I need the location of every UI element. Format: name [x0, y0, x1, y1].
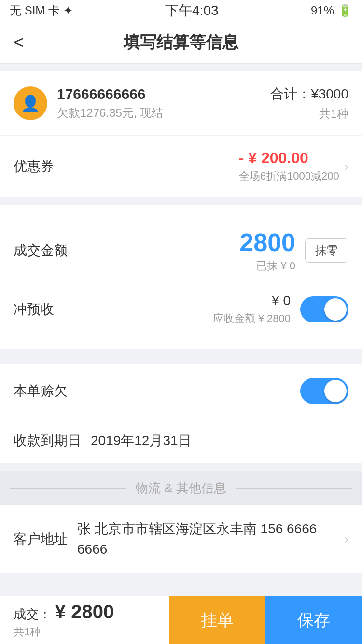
amount-section: 成交金额 2800 已抹 ¥ 0 抹零 冲预收 ¥ 0 应收金额 ¥ 2800 [0, 205, 362, 349]
footer-deal-label: 成交： [14, 607, 51, 621]
logistics-divider: 物流 & 其他信息 [0, 471, 362, 505]
card-count: 共1种 [270, 106, 348, 122]
status-left: 无 SIM 卡 ✦ [10, 3, 73, 18]
coupon-label: 优惠券 [14, 157, 54, 176]
logistics-line-right [236, 488, 352, 489]
card-left: 👤 17666666666 欠款1276.35元, 现结 [14, 86, 163, 121]
address-label: 客户地址 [14, 530, 68, 548]
address-chevron-icon: › [344, 532, 348, 547]
page-title: 填写结算等信息 [124, 31, 238, 54]
address-section[interactable]: 客户地址 张 北京市市辖区海淀区永丰南 156 6666 6666 › [0, 505, 362, 573]
prepayment-label: 冲预收 [14, 300, 54, 319]
card-total: 合计：¥3000 [270, 85, 348, 103]
prepayment-row: 冲预收 ¥ 0 应收金额 ¥ 2800 [14, 283, 348, 336]
debt-toggle[interactable] [300, 378, 348, 404]
nav-bar: < 填写结算等信息 [0, 21, 362, 64]
prepayment-amount: ¥ 0 [213, 293, 291, 308]
avatar: 👤 [14, 86, 47, 120]
hang-button[interactable]: 挂单 [169, 596, 265, 644]
back-button[interactable]: < [14, 32, 24, 53]
card-info: 17666666666 欠款1276.35元, 现结 [57, 86, 163, 121]
debt-section: 本单赊欠 [0, 364, 362, 418]
sim-label: 无 SIM 卡 ✦ [10, 3, 73, 18]
debt-label: 本单赊欠 [14, 382, 68, 400]
round-button[interactable]: 抹零 [305, 238, 348, 263]
customer-card: 👤 17666666666 欠款1276.35元, 现结 合计：¥3000 共1… [0, 71, 362, 135]
address-value: 张 北京市市辖区海淀区永丰南 156 6666 6666 [77, 519, 344, 560]
prepayment-info: ¥ 0 应收金额 ¥ 2800 [213, 293, 291, 326]
battery-label: 91% [311, 4, 334, 17]
battery-icon: 🔋 [338, 4, 352, 17]
prepayment-toggle[interactable] [300, 296, 348, 322]
duedate-label: 收款到期日 [14, 432, 81, 450]
coupon-amount: - ¥ 200.00 [239, 149, 339, 167]
customer-phone: 17666666666 [57, 86, 163, 102]
deal-amount-row: 成交金额 2800 已抹 ¥ 0 抹零 [14, 218, 348, 283]
deal-amount-sub: 已抹 ¥ 0 [239, 259, 295, 273]
divider-2 [0, 349, 362, 357]
footer-amount: ¥ 2800 [55, 601, 114, 622]
coupon-right: - ¥ 200.00 全场6折满1000减200 › [239, 149, 348, 183]
logistics-label: 物流 & 其他信息 [136, 480, 226, 497]
coupon-desc: 全场6折满1000减200 [239, 169, 339, 183]
deal-amount-info: 2800 已抹 ¥ 0 [239, 228, 295, 273]
status-bar: 无 SIM 卡 ✦ 下午4:03 91% 🔋 [0, 0, 362, 21]
card-right: 合计：¥3000 共1种 [270, 85, 348, 122]
deal-amount-right: 2800 已抹 ¥ 0 抹零 [239, 228, 348, 273]
prepayment-right: ¥ 0 应收金额 ¥ 2800 [213, 293, 348, 326]
debt-toggle-wrapper [300, 378, 348, 404]
prepayment-sub: 应收金额 ¥ 2800 [213, 311, 291, 326]
deal-amount-label: 成交金额 [14, 241, 68, 260]
footer-count: 共1种 [14, 625, 169, 639]
duedate-value: 2019年12月31日 [91, 432, 192, 450]
save-button[interactable]: 保存 [265, 596, 362, 644]
footer-deal-row: 成交： ¥ 2800 [14, 601, 169, 623]
coupon-info: - ¥ 200.00 全场6折满1000减200 [239, 149, 339, 183]
duedate-section: 收款到期日 2019年12月31日 [0, 418, 362, 463]
logistics-line-left [10, 488, 126, 489]
customer-sub-info: 欠款1276.35元, 现结 [57, 105, 163, 121]
deal-amount-value: 2800 [239, 228, 295, 257]
footer: 成交： ¥ 2800 共1种 挂单 保存 [0, 596, 362, 644]
divider-1 [0, 197, 362, 205]
chevron-right-icon: › [344, 159, 348, 174]
prepayment-toggle-wrapper [300, 296, 348, 322]
status-right: 91% 🔋 [311, 4, 352, 17]
status-time: 下午4:03 [165, 1, 219, 20]
footer-info: 成交： ¥ 2800 共1种 [0, 596, 169, 644]
coupon-section[interactable]: 优惠券 - ¥ 200.00 全场6折满1000减200 › [0, 136, 362, 197]
